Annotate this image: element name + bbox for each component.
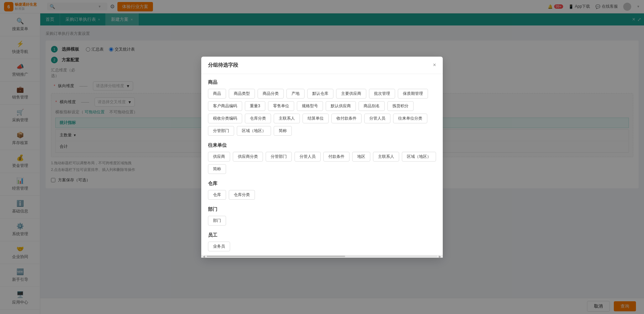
field-group-title-3: 部门 (208, 206, 436, 212)
field-tags-1: 供应商供应商分类分管部门分管人员付款条件地区主联系人区域（地区）简称 (208, 152, 436, 174)
field-group-title-2: 仓库 (208, 181, 436, 187)
field-tag-0-12[interactable]: 默认供应商 (326, 101, 356, 111)
modal: 分组待选字段 × 商品商品商品类型商品分类产地默认仓库主要供应商批次管理保质期管… (201, 57, 443, 258)
field-tag-0-8[interactable]: 客户商品编码 (208, 101, 242, 111)
field-tags-0: 商品商品类型商品分类产地默认仓库主要供应商批次管理保质期管理客户商品编码重量3零… (208, 89, 436, 136)
field-tags-3: 部门 (208, 216, 436, 226)
field-tag-1-3[interactable]: 分管人员 (294, 152, 321, 162)
field-group-3: 部门部门 (208, 206, 436, 226)
field-tag-0-0[interactable]: 商品 (208, 89, 226, 99)
field-tag-3-0[interactable]: 部门 (208, 216, 226, 226)
modal-body: 商品商品商品类型商品分类产地默认仓库主要供应商批次管理保质期管理客户商品编码重量… (201, 74, 443, 255)
field-group-0: 商品商品商品类型商品分类产地默认仓库主要供应商批次管理保质期管理客户商品编码重量… (208, 79, 436, 136)
field-tags-2: 仓库仓库分类 (208, 190, 436, 200)
field-tag-0-21[interactable]: 往来单位分类 (393, 114, 427, 123)
field-tag-0-5[interactable]: 主要供应商 (336, 89, 366, 99)
field-tag-0-22[interactable]: 分管部门 (208, 126, 234, 136)
field-group-1: 往来单位供应商供应商分类分管部门分管人员付款条件地区主联系人区域（地区）简称 (208, 142, 436, 174)
field-tag-0-14[interactable]: 拣货积分 (387, 101, 414, 111)
field-tag-1-5[interactable]: 地区 (352, 152, 370, 162)
field-tag-0-4[interactable]: 默认仓库 (307, 89, 333, 99)
field-tag-4-0[interactable]: 业务员 (208, 242, 230, 251)
modal-scroll-bar: ◀ ▶ (201, 255, 443, 258)
modal-overlay: 分组待选字段 × 商品商品商品类型商品分类产地默认仓库主要供应商批次管理保质期管… (0, 0, 644, 314)
field-tag-0-15[interactable]: 税收分类编码 (208, 114, 242, 123)
field-tag-1-0[interactable]: 供应商 (208, 152, 230, 162)
field-group-title-4: 员工 (208, 232, 436, 238)
field-tag-0-10[interactable]: 零售单位 (268, 101, 294, 111)
field-group-4: 员工业务员 (208, 232, 436, 251)
field-tag-1-4[interactable]: 付款条件 (323, 152, 350, 162)
field-tag-0-20[interactable]: 分管人员 (364, 114, 390, 123)
field-tag-0-16[interactable]: 仓库分类 (245, 114, 271, 123)
field-tag-2-0[interactable]: 仓库 (208, 190, 226, 200)
field-tag-0-18[interactable]: 结算单位 (303, 114, 329, 123)
field-tag-1-2[interactable]: 分管部门 (266, 152, 292, 162)
field-tag-0-2[interactable]: 商品分类 (258, 89, 284, 99)
field-tag-0-9[interactable]: 重量3 (245, 101, 265, 111)
field-tag-0-24[interactable]: 简称 (274, 126, 292, 136)
modal-title: 分组待选字段 (208, 62, 238, 68)
field-tag-0-11[interactable]: 规格型号 (297, 101, 323, 111)
field-tag-0-3[interactable]: 产地 (286, 89, 305, 99)
field-group-title-0: 商品 (208, 79, 436, 85)
field-tag-0-17[interactable]: 主联系人 (274, 114, 300, 123)
field-group-title-1: 往来单位 (208, 142, 436, 148)
field-tag-1-8[interactable]: 简称 (208, 164, 226, 174)
field-tag-0-13[interactable]: 商品别名 (359, 101, 385, 111)
modal-close-button[interactable]: × (433, 62, 436, 68)
field-tag-1-1[interactable]: 供应商分类 (233, 152, 263, 162)
field-tags-4: 业务员 (208, 242, 436, 251)
field-tag-0-6[interactable]: 批次管理 (369, 89, 395, 99)
modal-header: 分组待选字段 × (201, 57, 443, 74)
field-group-2: 仓库仓库仓库分类 (208, 181, 436, 200)
field-tag-0-23[interactable]: 区域（地区） (237, 126, 271, 136)
modal-scroll-thumb (207, 256, 345, 257)
field-tag-0-7[interactable]: 保质期管理 (398, 89, 428, 99)
field-tag-2-1[interactable]: 仓库分类 (229, 190, 255, 200)
modal-scroll-track[interactable] (207, 256, 437, 257)
field-tag-1-7[interactable]: 区域（地区） (402, 152, 436, 162)
field-tag-0-1[interactable]: 商品类型 (229, 89, 255, 99)
field-tag-1-6[interactable]: 主联系人 (373, 152, 399, 162)
field-tag-0-19[interactable]: 收付款条件 (331, 114, 362, 123)
